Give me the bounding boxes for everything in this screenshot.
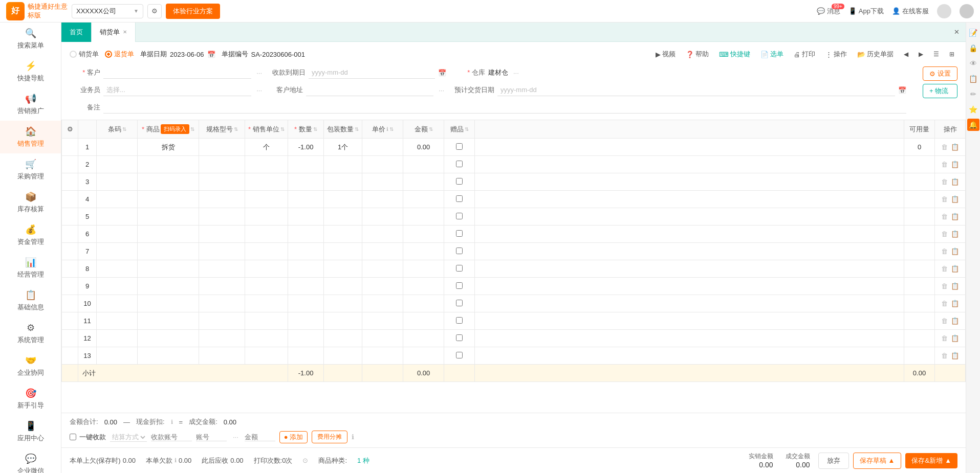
delete-icon[interactable]: 🗑 bbox=[941, 178, 948, 186]
copy-icon[interactable]: 📋 bbox=[951, 247, 959, 255]
delete-icon[interactable]: 🗑 bbox=[941, 247, 948, 255]
nav-prev[interactable]: ◀ bbox=[901, 49, 911, 59]
avatar[interactable] bbox=[937, 4, 951, 18]
td-amount-1[interactable]: 0.00 bbox=[403, 139, 444, 156]
td-qty-1[interactable]: -1.00 bbox=[288, 139, 324, 156]
warehouse-value[interactable]: 建材仓 bbox=[488, 68, 508, 77]
copy-icon[interactable]: 📋 bbox=[951, 161, 959, 168]
tab-bar-close-icon[interactable]: ✕ bbox=[948, 28, 966, 36]
payment-due-input[interactable] bbox=[309, 66, 435, 79]
grid-view-icon[interactable]: ⊞ bbox=[946, 49, 957, 59]
sidebar-item-app-center[interactable]: 📱 应用中心 bbox=[0, 415, 61, 448]
sidebar-item-inventory[interactable]: 📦 库存核算 bbox=[0, 186, 61, 219]
account-dots-icon[interactable]: ··· bbox=[231, 433, 241, 441]
right-panel-icon-6[interactable]: ⭐ bbox=[967, 103, 979, 116]
warehouse-dots-icon[interactable]: ··· bbox=[511, 69, 521, 77]
select-button[interactable]: 📄 选单 bbox=[757, 48, 787, 60]
td-pkg-1[interactable]: 1个 bbox=[324, 139, 362, 156]
tab-close-icon[interactable]: ✕ bbox=[123, 29, 127, 35]
th-settings[interactable]: ⚙ bbox=[62, 120, 78, 139]
delete-icon[interactable]: 🗑 bbox=[941, 317, 948, 325]
td-barcode-1[interactable] bbox=[97, 139, 138, 156]
expected-cal-icon[interactable]: 📅 bbox=[898, 86, 906, 94]
delete-icon[interactable]: 🗑 bbox=[941, 352, 948, 359]
nav-next[interactable]: ▶ bbox=[916, 49, 926, 59]
radio-sales[interactable]: 销货单 bbox=[70, 50, 99, 59]
customer-addr-input[interactable] bbox=[306, 84, 433, 96]
settings-icon[interactable]: ⚙ bbox=[147, 4, 162, 18]
settle-method-select[interactable]: 结算方式 bbox=[110, 433, 147, 442]
scan-button[interactable]: 扫码录入 bbox=[161, 124, 189, 134]
delete-icon[interactable]: 🗑 bbox=[941, 300, 948, 307]
one-key-pay-checkbox[interactable] bbox=[70, 434, 76, 440]
sidebar-item-guide[interactable]: 🎯 新手引导 bbox=[0, 382, 61, 415]
sort-spec-icon[interactable]: ⇅ bbox=[234, 126, 238, 132]
customer-dots-icon[interactable]: ··· bbox=[254, 69, 264, 77]
sort-pkg-icon[interactable]: ⇅ bbox=[355, 126, 359, 132]
video-button[interactable]: ▶ 视频 bbox=[652, 48, 679, 60]
salesperson-dots-icon[interactable]: ··· bbox=[254, 86, 264, 94]
delete-icon[interactable]: 🗑 bbox=[941, 161, 948, 168]
sort-barcode-icon[interactable]: ⇅ bbox=[122, 126, 126, 132]
sidebar-item-search[interactable]: 🔍 搜索菜单 bbox=[0, 22, 61, 55]
add-button[interactable]: ● 添加 bbox=[279, 431, 308, 443]
list-view-icon[interactable]: ☰ bbox=[930, 49, 942, 59]
company-selector[interactable]: XXXXXX公司 ▼ bbox=[72, 4, 143, 18]
td-gift-1[interactable] bbox=[444, 139, 475, 156]
order-date-value[interactable]: 2023-06-06 bbox=[170, 51, 204, 58]
help-button[interactable]: ❓ 帮助 bbox=[683, 48, 712, 60]
remark-input[interactable] bbox=[103, 101, 906, 114]
customer-input[interactable] bbox=[103, 66, 251, 79]
copy-icon[interactable]: 📋 bbox=[951, 317, 959, 325]
sidebar-item-quick-nav[interactable]: ⚡ 快捷导航 bbox=[0, 55, 61, 88]
right-panel-icon-2[interactable]: 🔒 bbox=[967, 42, 979, 54]
calendar-icon[interactable]: 📅 bbox=[207, 51, 215, 58]
message-button[interactable]: 💬 消息 99+ bbox=[817, 7, 840, 16]
app-download-button[interactable]: 📱 App下载 bbox=[848, 7, 884, 16]
sort-qty-icon[interactable]: ⇅ bbox=[313, 126, 317, 132]
print-button[interactable]: 🖨 打印 bbox=[791, 48, 818, 60]
td-spec-1[interactable] bbox=[199, 139, 245, 156]
logistics-button[interactable]: + 物流 bbox=[923, 84, 957, 98]
copy-icon[interactable]: 📋 bbox=[951, 195, 959, 203]
fee-tab-button[interactable]: 费用分摊 bbox=[312, 431, 347, 443]
sort-price-icon[interactable]: ⇅ bbox=[389, 126, 394, 132]
radio-return[interactable]: 退货单 bbox=[105, 50, 134, 59]
copy-icon[interactable]: 📋 bbox=[951, 265, 959, 273]
sidebar-item-collab[interactable]: 🤝 企业协同 bbox=[0, 350, 61, 382]
salesperson-input[interactable] bbox=[103, 84, 251, 96]
addr-dots-icon[interactable]: ··· bbox=[437, 86, 446, 94]
copy-icon[interactable]: 📋 bbox=[951, 334, 959, 342]
right-panel-icon-7[interactable]: 🔔 bbox=[967, 119, 979, 131]
shortcut-button[interactable]: ⌨ 快捷键 bbox=[716, 48, 753, 60]
sort-product-icon[interactable]: ⇅ bbox=[190, 126, 194, 132]
payment-cal-icon[interactable]: 📅 bbox=[438, 69, 446, 77]
sidebar-item-sales[interactable]: 🏠 销售管理 bbox=[0, 121, 61, 153]
sidebar-item-marketing[interactable]: 📢 营销推广 bbox=[0, 88, 61, 121]
ops-button[interactable]: ⋮ 操作 bbox=[822, 48, 850, 60]
copy-icon[interactable]: 📋 bbox=[951, 213, 959, 220]
online-service-button[interactable]: 👤 在线客服 bbox=[892, 7, 929, 16]
sidebar-item-operations[interactable]: 📊 经营管理 bbox=[0, 252, 61, 284]
right-panel-icon-3[interactable]: 👁 bbox=[967, 57, 979, 70]
draft-button[interactable]: 保存草稿 ▲ bbox=[853, 453, 902, 469]
account-num-input[interactable] bbox=[196, 433, 227, 441]
td-price-1[interactable] bbox=[362, 139, 403, 156]
account-input[interactable] bbox=[151, 433, 192, 441]
copy-icon[interactable]: 📋 bbox=[951, 282, 959, 290]
delete-icon[interactable]: 🗑 bbox=[941, 334, 948, 342]
td-product-1[interactable]: 拆货 bbox=[138, 139, 199, 156]
delete-icon[interactable]: 🗑 bbox=[941, 230, 948, 238]
copy-icon-1[interactable]: 📋 bbox=[951, 143, 959, 151]
form-settings-button[interactable]: ⚙ 设置 bbox=[923, 66, 957, 81]
right-panel-icon-4[interactable]: 📋 bbox=[967, 73, 979, 85]
sidebar-item-system[interactable]: ⚙ 系统管理 bbox=[0, 317, 61, 350]
tab-home[interactable]: 首页 bbox=[61, 22, 92, 42]
sidebar-item-purchase[interactable]: 🛒 采购管理 bbox=[0, 153, 61, 186]
delete-icon[interactable]: 🗑 bbox=[941, 213, 948, 220]
tab-sales-order[interactable]: 销货单 ✕ bbox=[92, 22, 136, 42]
sort-amount-icon[interactable]: ⇅ bbox=[429, 126, 433, 132]
delete-icon[interactable]: 🗑 bbox=[941, 195, 948, 203]
delete-icon[interactable]: 🗑 bbox=[941, 265, 948, 273]
copy-icon[interactable]: 📋 bbox=[951, 300, 959, 307]
